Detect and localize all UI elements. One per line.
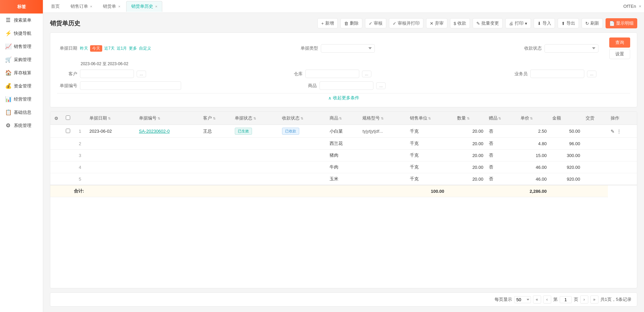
product-ellipsis[interactable]: ... [376,82,386,89]
batch-change-label: 批量变更 [481,20,499,26]
cell-docno [136,138,201,150]
customer-ellipsis[interactable]: ... [137,71,146,77]
table-body: 1 2023-06-02 SA-20230602-0 王总 已生效 已收款 小白… [50,125,637,185]
customer-input[interactable] [80,70,134,78]
col-qty[interactable]: 数量 [454,112,486,125]
col-checkbox[interactable] [62,112,73,125]
refresh-button[interactable]: ↻ 刷新 [582,18,603,28]
brand-logo: 标签 [0,0,43,14]
sidebar-item-sales[interactable]: 📈 销售管理 [0,40,43,53]
cell-checkbox[interactable] [62,161,73,173]
col-docno[interactable]: 单据编号 [136,112,201,125]
cell-date [87,161,136,173]
tab-sales-order-close[interactable]: × [90,4,92,8]
import-button[interactable]: ⬇ 导入 [534,18,555,28]
shortcut-1month[interactable]: 近1月 [117,46,127,51]
add-button[interactable]: + 新增 [317,18,338,28]
cell-unit: 千克 [407,138,454,150]
cell-checkbox[interactable] [62,173,73,185]
tab-bar: 首页 销售订单 × 销货单 × 销货单历史 × OfTEn × [43,0,644,13]
sidebar-item-system[interactable]: ⚙ 系统管理 [0,119,43,132]
total-padding [550,185,608,197]
col-spec[interactable]: 规格型号 [360,112,407,125]
tab-sales-history-close[interactable]: × [155,4,157,8]
prev-page-button[interactable]: ‹ [543,295,551,304]
docno-input[interactable] [80,81,181,90]
page-input[interactable]: 1 [560,296,572,303]
select-all-checkbox[interactable] [66,115,70,120]
doc-no-link[interactable]: SA-20230602-0 [139,129,170,134]
abandon-button[interactable]: ✕ 弃审 [426,18,447,28]
shortcut-yesterday[interactable]: 昨天 [80,46,88,51]
col-amount: 金额 [550,112,583,125]
edit-action-icon[interactable]: ✎ [611,129,615,134]
cell-customer [200,173,232,185]
staff-ellipsis[interactable]: ... [587,71,596,77]
cell-gift: 否 [486,161,518,173]
cell-checkbox[interactable] [62,138,73,150]
col-gift[interactable]: 赠品 [486,112,518,125]
col-doc-status[interactable]: 单据状态 [232,112,279,125]
col-payment-status[interactable]: 收款状态 [279,112,327,125]
audit-button[interactable]: ✓ 审核 [365,18,386,28]
query-button[interactable]: 查询 [609,37,630,48]
tab-sales-history[interactable]: 销货单历史 × [126,1,162,12]
per-page-select[interactable]: 50 100 200 [514,296,531,303]
export-button[interactable]: ⬆ 导出 [558,18,579,28]
page-unit: 页 [574,296,578,303]
shortcut-custom[interactable]: 自定义 [139,46,151,51]
page-label: 第 [553,296,558,303]
tab-sales-order[interactable]: 销售订单 × [65,1,97,12]
col-settings[interactable]: ⚙ [50,112,62,125]
cell-gift: 否 [486,125,518,138]
tab-sales-slip[interactable]: 销货单 × [98,1,125,12]
cell-checkbox[interactable] [62,125,73,138]
audit-print-button[interactable]: ✓ 审核并打印 [389,18,423,28]
more-action-icon[interactable]: ⋮ [617,129,621,134]
show-detail-button[interactable]: 📄 显示明细 [606,18,637,28]
table-row: 1 2023-06-02 SA-20230602-0 王总 已生效 已收款 小白… [50,125,637,138]
sidebar-item-quick-nav[interactable]: ⚡ 快捷导航 [0,27,43,40]
sidebar-item-inventory[interactable]: 🏠 库存核算 [0,66,43,79]
tab-sales-slip-close[interactable]: × [118,4,120,8]
cell-price: 46.00 [518,161,550,173]
row-checkbox[interactable] [66,129,70,133]
payment-status-select[interactable] [544,44,598,53]
cell-checkbox[interactable] [62,150,73,161]
print-button[interactable]: 🖨 打印 ▾ [505,18,531,28]
staff-input[interactable] [530,70,584,78]
col-date[interactable]: 单据日期 [87,112,136,125]
shortcut-7days[interactable]: 近7天 [104,46,115,51]
collect-button[interactable]: $ 收款 [450,18,470,28]
brand-text: 标签 [17,4,26,10]
col-price[interactable]: 单价 [518,112,550,125]
tab-home[interactable]: 首页 [46,1,65,12]
batch-change-button[interactable]: ✎ 批量变更 [473,18,503,28]
sidebar-item-search-menu[interactable]: ☰ 搜索菜单 [0,14,43,27]
doc-type-select[interactable] [321,44,375,53]
sidebar-item-operations[interactable]: 📊 经营管理 [0,93,43,106]
delete-button[interactable]: 🗑 删除 [340,18,362,28]
first-page-button[interactable]: « [533,295,541,304]
warehouse-ellipsis[interactable]: ... [362,71,371,77]
last-page-button[interactable]: » [590,295,598,304]
sidebar-item-purchase[interactable]: 🛒 采购管理 [0,53,43,66]
next-page-button[interactable]: › [580,295,588,304]
window-close-button[interactable]: × [639,4,641,9]
sidebar-item-finance[interactable]: 💰 资金管理 [0,79,43,93]
settings-button[interactable]: 设置 [609,49,630,59]
shortcut-more[interactable]: 更多 [129,46,137,51]
product-label: 商品 [297,83,317,89]
sidebar-item-basic-info[interactable]: 📋 基础信息 [0,106,43,119]
warehouse-input[interactable] [305,70,359,78]
col-product[interactable]: 商品 [327,112,360,125]
product-input[interactable] [319,81,373,90]
sidebar-item-label: 经营管理 [14,96,31,102]
shortcut-today[interactable]: 今天 [90,45,102,52]
collapse-button[interactable]: ∧ 收起更多条件 [57,93,630,102]
cell-docno [136,173,201,185]
sidebar-item-label: 资金管理 [14,83,31,89]
warehouse-filter: 仓库 ... [282,70,371,78]
col-customer[interactable]: 客户 [200,112,232,125]
col-unit[interactable]: 销售单位 [407,112,454,125]
